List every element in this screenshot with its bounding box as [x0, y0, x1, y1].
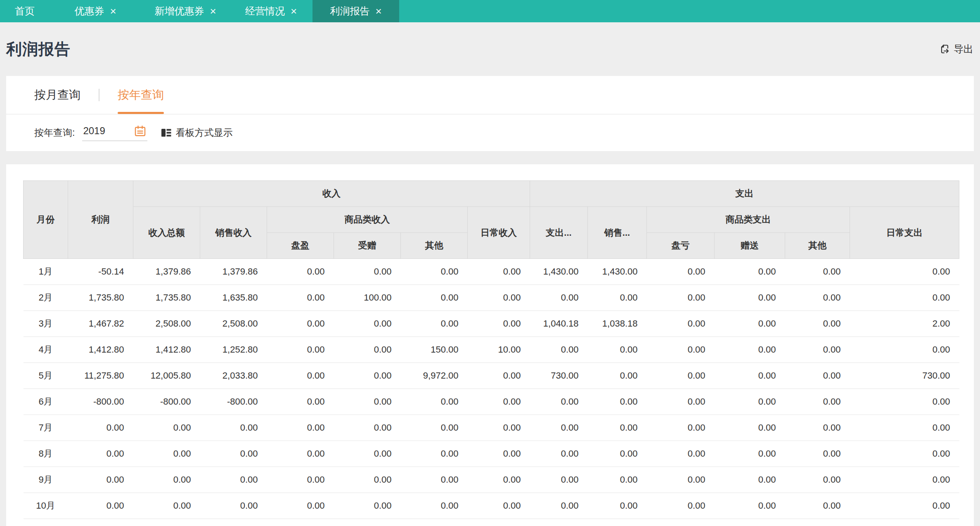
export-label: 导出	[954, 43, 973, 56]
value-cell: 730.00	[850, 363, 959, 389]
value-cell: -800.00	[200, 389, 267, 415]
close-icon[interactable]: ×	[291, 6, 297, 17]
tab-business-status[interactable]: 经营情况 ×	[230, 0, 312, 22]
value-cell: 0.00	[715, 363, 785, 389]
year-picker[interactable]	[82, 125, 147, 141]
value-cell: 1,412.80	[68, 337, 133, 363]
table-row: 7月0.000.000.000.000.000.000.000.000.000.…	[24, 415, 959, 441]
table-row: 4月1,412.801,412.801,252.800.000.00150.00…	[24, 337, 959, 363]
board-view-toggle[interactable]: 看板方式显示	[161, 126, 232, 139]
value-cell: 1,635.80	[200, 285, 267, 311]
table-row: 8月0.000.000.000.000.000.000.000.000.000.…	[24, 441, 959, 467]
value-cell: 0.00	[468, 363, 530, 389]
value-cell: 0.00	[267, 337, 334, 363]
value-cell: 0.00	[68, 441, 133, 467]
value-cell: 0.00	[401, 467, 468, 493]
subtab-label: 按月查询	[34, 87, 80, 103]
board-view-label: 看板方式显示	[175, 126, 232, 139]
value-cell: 0.00	[68, 493, 133, 519]
value-cell: 0.00	[68, 467, 133, 493]
calendar-icon[interactable]	[134, 125, 147, 137]
value-cell: 0.00	[850, 415, 959, 441]
tab-label: 利润报告	[330, 5, 369, 18]
filter-row: 按年查询:	[6, 114, 974, 151]
value-cell: 0.00	[785, 363, 850, 389]
value-cell: 0.00	[334, 389, 401, 415]
value-cell: 0.00	[850, 467, 959, 493]
value-cell: 0.00	[267, 389, 334, 415]
value-cell: 0.00	[133, 415, 200, 441]
tab-coupons[interactable]: 优惠券 ×	[50, 0, 141, 22]
value-cell: 0.00	[785, 259, 850, 285]
table-row: 2月1,735.801,735.801,635.800.00100.000.00…	[24, 285, 959, 311]
col-expense-total: 支出...	[530, 207, 588, 259]
value-cell: 0.00	[468, 441, 530, 467]
group-product-income: 商品类收入	[267, 207, 468, 233]
value-cell: 0.00	[588, 415, 647, 441]
value-cell: 0.00	[267, 415, 334, 441]
tab-query-by-month[interactable]: 按月查询	[34, 76, 80, 114]
table-row: 9月0.000.000.000.000.000.000.000.000.000.…	[24, 467, 959, 493]
value-cell: 0.00	[530, 415, 588, 441]
value-cell: 0.00	[133, 493, 200, 519]
value-cell: 0.00	[785, 467, 850, 493]
value-cell: 1,038.18	[588, 311, 647, 337]
month-cell: 5月	[24, 363, 68, 389]
report-panel: 月份 利润 收入 支出 收入总额 销售收入 商品类收入 日常收入 支出... 销…	[6, 164, 974, 526]
col-gift-given: 赠送	[715, 233, 785, 259]
value-cell: 100.00	[334, 285, 401, 311]
tab-new-coupon[interactable]: 新增优惠券 ×	[141, 0, 230, 22]
value-cell: 0.00	[267, 259, 334, 285]
month-cell: 3月	[24, 311, 68, 337]
value-cell: 0.00	[647, 285, 715, 311]
value-cell: 0.00	[468, 389, 530, 415]
close-icon[interactable]: ×	[375, 6, 381, 17]
query-mode-tabs: 按月查询 按年查询	[6, 76, 974, 114]
value-cell: 0.00	[530, 389, 588, 415]
tab-home[interactable]: 首页	[0, 0, 50, 22]
value-cell: 0.00	[334, 467, 401, 493]
value-cell: 0.00	[468, 467, 530, 493]
table-row: 10月0.000.000.000.000.000.000.000.000.000…	[24, 493, 959, 519]
tab-query-by-year[interactable]: 按年查询	[118, 76, 164, 114]
month-cell: 8月	[24, 441, 68, 467]
col-profit: 利润	[68, 181, 133, 259]
value-cell: 0.00	[785, 337, 850, 363]
page-title: 利润报告	[6, 39, 71, 60]
col-inventory-gain: 盘盈	[267, 233, 334, 259]
year-input[interactable]	[83, 125, 124, 137]
value-cell: 0.00	[530, 285, 588, 311]
value-cell: 0.00	[715, 389, 785, 415]
value-cell: 0.00	[647, 389, 715, 415]
close-icon[interactable]: ×	[210, 6, 216, 17]
table-row: 3月1,467.822,508.002,508.000.000.000.000.…	[24, 311, 959, 337]
table-body: 1月-50.141,379.861,379.860.000.000.000.00…	[24, 259, 959, 519]
close-icon[interactable]: ×	[110, 6, 116, 17]
value-cell: 1,252.80	[200, 337, 267, 363]
value-cell: 0.00	[850, 259, 959, 285]
month-cell: 4月	[24, 337, 68, 363]
value-cell: 0.00	[715, 415, 785, 441]
month-cell: 9月	[24, 467, 68, 493]
col-daily-expense: 日常支出	[850, 207, 959, 259]
profit-table: 月份 利润 收入 支出 收入总额 销售收入 商品类收入 日常收入 支出... 销…	[23, 180, 959, 519]
value-cell: 0.00	[715, 311, 785, 337]
page-header: 利润报告 导出	[0, 22, 980, 76]
value-cell: 0.00	[530, 467, 588, 493]
value-cell: -50.14	[68, 259, 133, 285]
value-cell: 1,467.82	[68, 311, 133, 337]
value-cell: 0.00	[715, 285, 785, 311]
value-cell: 0.00	[267, 363, 334, 389]
tab-profit-report-active[interactable]: 利润报告 ×	[312, 0, 399, 22]
value-cell: 0.00	[647, 415, 715, 441]
value-cell: -800.00	[133, 389, 200, 415]
value-cell: 150.00	[401, 337, 468, 363]
subtab-divider	[99, 89, 99, 101]
value-cell: 0.00	[468, 311, 530, 337]
value-cell: 730.00	[530, 363, 588, 389]
value-cell: 0.00	[267, 467, 334, 493]
export-button[interactable]: 导出	[938, 43, 973, 56]
year-filter-label: 按年查询:	[34, 126, 75, 139]
value-cell: 0.00	[401, 311, 468, 337]
month-cell: 6月	[24, 389, 68, 415]
